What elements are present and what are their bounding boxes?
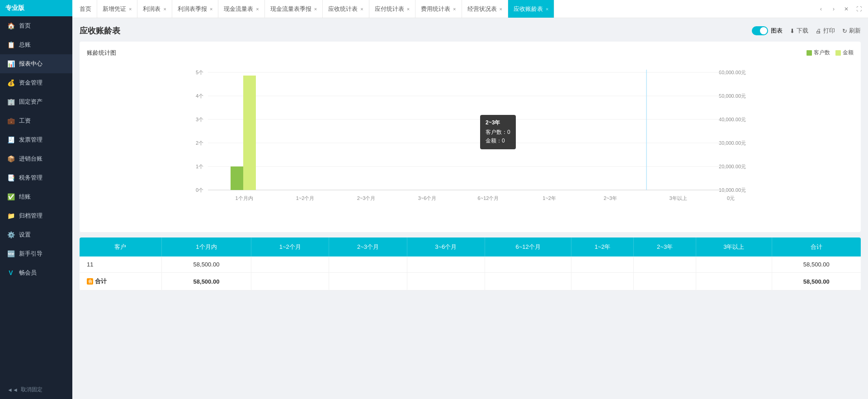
sidebar-item-archive[interactable]: 📁 归档管理	[0, 206, 72, 225]
sidebar-item-label: 归档管理	[19, 212, 42, 220]
refresh-label: 刷新	[849, 27, 861, 35]
tab-close-icon[interactable]: ×	[407, 6, 410, 12]
total-total: 58,500.00	[772, 273, 861, 290]
chart-svg-wrap: 5个 4个 3个 2个 1个 0个 60,000.00元 50,000.00元 …	[87, 61, 854, 225]
tab-label: 经营状况表	[467, 5, 497, 13]
unpin-label: 取消固定	[21, 386, 42, 394]
sidebar-item-label: 首页	[19, 22, 31, 30]
cell-m6-12	[485, 256, 571, 273]
print-icon: 🖨	[816, 28, 821, 34]
tab-bar: 首页 新增凭证 × 利润表 × 利润表季报 × 现金流量表 × 现金流量表季报 …	[72, 0, 868, 18]
sidebar-item-funds[interactable]: 💰 资金管理	[0, 73, 72, 92]
col-header-m6-12: 6~12个月	[485, 238, 571, 256]
svg-text:3个: 3个	[196, 117, 203, 122]
tab-close-all-button[interactable]: ✕	[841, 4, 852, 14]
tax-icon: 📑	[7, 174, 14, 181]
tab-home[interactable]: 首页	[74, 0, 97, 18]
sidebar-item-label: 资金管理	[19, 79, 42, 87]
svg-text:4个: 4个	[196, 93, 203, 99]
col-header-y1-2: 1~2年	[571, 238, 634, 256]
chart-legend: 客户数 金额	[807, 49, 854, 57]
tab-next-button[interactable]: ›	[828, 4, 839, 14]
tab-close-icon[interactable]: ×	[360, 6, 363, 12]
cell-customer: 11	[80, 256, 161, 273]
sidebar-item-guide[interactable]: 🆕 新手引导	[0, 244, 72, 263]
tab-fullscreen-button[interactable]: ⛶	[854, 4, 864, 14]
svg-text:1~2年: 1~2年	[542, 195, 556, 201]
tab-business-status[interactable]: 经营状况表 ×	[462, 0, 508, 18]
download-button[interactable]: ⬇ 下载	[790, 27, 808, 35]
tab-profit-quarterly[interactable]: 利润表季报 ×	[172, 0, 218, 18]
unpin-button[interactable]: ◄◄ 取消固定	[0, 380, 72, 399]
total-icon: 合	[87, 278, 93, 285]
sidebar-item-ledger[interactable]: 📋 总账	[0, 35, 72, 54]
sidebar-item-settings[interactable]: ⚙️ 设置	[0, 225, 72, 244]
tab-label: 现金流量表季报	[270, 5, 311, 13]
download-icon: ⬇	[790, 28, 795, 34]
total-m2-3	[329, 273, 407, 290]
home-icon: 🏠	[7, 22, 14, 29]
legend-customer-color	[807, 50, 812, 56]
sidebar-item-vip[interactable]: V 畅会员	[0, 263, 72, 282]
chart-container: 账龄统计图 客户数 金额 5个 4个 3个 2个 1个	[80, 42, 861, 232]
col-header-customer: 客户	[80, 238, 161, 256]
tab-ar-aging[interactable]: 应收账龄表 ×	[508, 0, 554, 18]
tab-ap-stats[interactable]: 应付统计表 ×	[369, 0, 415, 18]
ledger-icon: 📋	[7, 41, 14, 48]
assets-icon: 🏢	[7, 98, 14, 105]
app-logo: 专业版	[0, 0, 72, 16]
sidebar-item-label: 设置	[19, 231, 31, 239]
page-title: 应收账龄表	[80, 25, 120, 36]
total-text: 合计	[95, 277, 107, 285]
tab-close-icon[interactable]: ×	[129, 6, 132, 12]
print-button[interactable]: 🖨 打印	[816, 27, 835, 35]
legend-customer-count: 客户数	[807, 49, 830, 57]
sidebar-item-sales[interactable]: 📦 进销台账	[0, 149, 72, 168]
sidebar-item-invoice[interactable]: 🧾 发票管理	[0, 130, 72, 149]
download-label: 下载	[797, 27, 808, 35]
col-header-m1: 1个月内	[161, 238, 251, 256]
sidebar-item-salary[interactable]: 💼 工资	[0, 111, 72, 130]
tab-cashflow-quarterly[interactable]: 现金流量表季报 ×	[265, 0, 323, 18]
tab-label: 新增凭证	[103, 5, 126, 13]
svg-text:2~3个月: 2~3个月	[357, 195, 376, 201]
reports-icon: 📊	[7, 60, 14, 67]
tab-cashflow[interactable]: 现金流量表 ×	[218, 0, 264, 18]
svg-text:5个: 5个	[196, 70, 203, 75]
sidebar-item-home[interactable]: 🏠 首页	[0, 16, 72, 35]
tab-close-icon[interactable]: ×	[210, 6, 212, 12]
tab-close-icon[interactable]: ×	[256, 6, 259, 12]
table-row: 11 58,500.00 58,500.00	[80, 256, 861, 273]
refresh-button[interactable]: ↻ 刷新	[842, 27, 861, 35]
sidebar-item-reports[interactable]: 📊 报表中心	[0, 54, 72, 73]
legend-amount-color	[835, 50, 841, 56]
invoice-icon: 🧾	[7, 136, 14, 143]
tab-label: 应收统计表	[328, 5, 358, 13]
tab-profit[interactable]: 利润表 ×	[137, 0, 172, 18]
tab-close-icon[interactable]: ×	[163, 6, 166, 12]
col-header-m1-2: 1~2个月	[251, 238, 329, 256]
col-header-y2-3: 2~3年	[634, 238, 696, 256]
tab-close-icon[interactable]: ×	[314, 6, 317, 12]
tab-ar-stats[interactable]: 应收统计表 ×	[323, 0, 369, 18]
sidebar-item-label: 畅会员	[19, 269, 37, 277]
sidebar-item-label: 总账	[19, 41, 31, 49]
cell-m2-3	[329, 256, 407, 273]
chart-toggle[interactable]	[752, 26, 768, 35]
tab-close-icon[interactable]: ×	[453, 6, 456, 12]
vip-icon: V	[7, 269, 14, 276]
tab-close-icon[interactable]: ×	[500, 6, 502, 12]
tab-prev-button[interactable]: ‹	[816, 4, 826, 14]
sidebar-item-assets[interactable]: 🏢 固定资产	[0, 92, 72, 111]
tab-expense-stats[interactable]: 费用统计表 ×	[415, 0, 462, 18]
funds-icon: 💰	[7, 79, 14, 86]
sidebar-item-tax[interactable]: 📑 税务管理	[0, 168, 72, 187]
tab-new-voucher[interactable]: 新增凭证 ×	[97, 0, 137, 18]
cell-m1-2	[251, 256, 329, 273]
main-content: 首页 新增凭证 × 利润表 × 利润表季报 × 现金流量表 × 现金流量表季报 …	[72, 0, 868, 399]
sidebar-item-closing[interactable]: ✅ 结账	[0, 187, 72, 206]
sidebar-item-label: 工资	[19, 117, 31, 125]
total-m1: 58,500.00	[161, 273, 251, 290]
tab-close-icon[interactable]: ×	[546, 6, 548, 12]
chart-title: 账龄统计图	[87, 49, 854, 57]
